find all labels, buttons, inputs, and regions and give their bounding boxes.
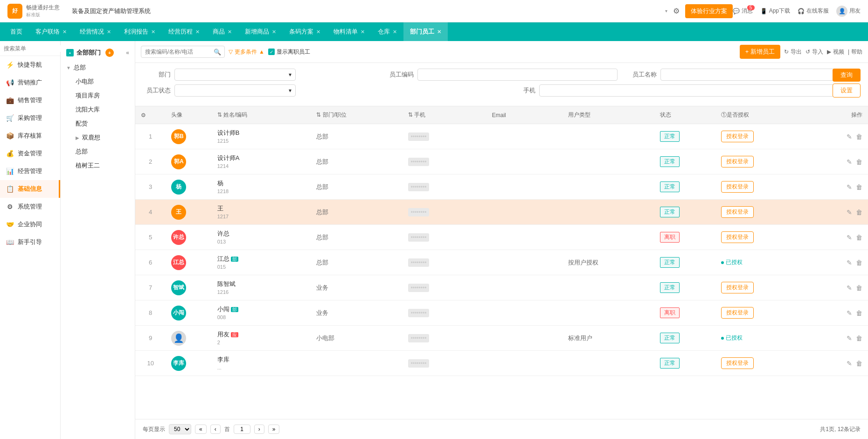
app-download-area[interactable]: 📱 App下载 bbox=[760, 7, 790, 15]
dept-select[interactable]: ▾ bbox=[174, 69, 296, 81]
emp-code-input[interactable] bbox=[417, 69, 618, 81]
sidebar-item-purchase[interactable]: 🛒 采购管理 bbox=[0, 109, 60, 127]
tab-new-goods[interactable]: 新增商品 ✕ bbox=[238, 22, 283, 41]
setting-button[interactable]: 设置 bbox=[833, 84, 861, 98]
message-icon-area[interactable]: 💬 消息 5 bbox=[733, 7, 753, 15]
delete-icon[interactable]: 🗑 bbox=[856, 183, 862, 191]
col-phone[interactable]: ⇅ 手机 bbox=[403, 106, 486, 124]
export-button[interactable]: ↻ 导出 bbox=[784, 48, 802, 56]
sidebar-item-system[interactable]: ⚙ 系统管理 bbox=[0, 198, 60, 216]
auth-button[interactable]: 授权登录 bbox=[721, 357, 754, 369]
auth-button[interactable]: 授权登录 bbox=[721, 307, 754, 319]
close-icon[interactable]: ✕ bbox=[228, 29, 232, 35]
auth-button[interactable]: 授权登录 bbox=[721, 131, 754, 142]
auth-button[interactable]: 授权登录 bbox=[721, 231, 754, 243]
tab-history[interactable]: 经营历程 ✕ bbox=[162, 22, 206, 41]
delete-icon[interactable]: 🗑 bbox=[856, 360, 862, 367]
delete-icon[interactable]: 🗑 bbox=[856, 309, 862, 317]
close-icon[interactable]: ✕ bbox=[316, 29, 320, 35]
view-button[interactable]: ▶ 视频 bbox=[827, 48, 844, 56]
auth-button[interactable]: 授权登录 bbox=[721, 206, 754, 218]
tab-home[interactable]: 首页 bbox=[4, 22, 29, 41]
sidebar-item-enterprise[interactable]: 🤝 企业协同 bbox=[0, 216, 60, 233]
tab-barcode[interactable]: 条码方案 ✕ bbox=[283, 22, 327, 41]
tab-department[interactable]: 部门员工 ✕ bbox=[403, 22, 448, 41]
tab-operations[interactable]: 经营情况 ✕ bbox=[73, 22, 118, 41]
page-size-select[interactable]: 50 bbox=[169, 424, 191, 434]
system-dropdown-arrow[interactable]: ▾ bbox=[665, 8, 667, 14]
tree-item-shuanglu[interactable]: ▶ 双鹿想 bbox=[61, 131, 135, 145]
next-page-button[interactable]: › bbox=[254, 425, 264, 434]
import-button[interactable]: ↺ 导入 bbox=[806, 48, 823, 56]
tab-bom[interactable]: 物料清单 ✕ bbox=[327, 22, 371, 41]
delete-icon[interactable]: 🗑 bbox=[856, 284, 862, 292]
delete-icon[interactable]: 🗑 bbox=[856, 234, 862, 241]
add-employee-button[interactable]: + 新增员工 bbox=[740, 45, 780, 59]
first-page-button[interactable]: « bbox=[195, 425, 207, 434]
phone-input[interactable] bbox=[539, 84, 861, 97]
edit-icon[interactable]: ✎ bbox=[847, 259, 852, 266]
delete-icon[interactable]: 🗑 bbox=[856, 133, 862, 140]
close-icon[interactable]: ✕ bbox=[195, 29, 200, 35]
auth-button[interactable]: 授权登录 bbox=[721, 282, 754, 293]
trial-button[interactable]: 体验行业方案 bbox=[685, 4, 733, 18]
close-icon[interactable]: ✕ bbox=[272, 29, 276, 35]
online-service-area[interactable]: 🎧 在线客服 bbox=[798, 7, 829, 15]
close-icon[interactable]: ✕ bbox=[393, 29, 397, 35]
sidebar-item-inventory[interactable]: 📦 库存核算 bbox=[0, 127, 60, 145]
tab-warehouse[interactable]: 仓库 ✕ bbox=[371, 22, 403, 41]
edit-icon[interactable]: ✎ bbox=[847, 360, 852, 367]
edit-icon[interactable]: ✎ bbox=[847, 234, 852, 241]
help-button[interactable]: | 帮助 bbox=[848, 48, 862, 56]
close-icon[interactable]: ✕ bbox=[107, 29, 111, 35]
col-dept[interactable]: ⇅ 部门/职位 bbox=[311, 106, 402, 124]
emp-status-select[interactable]: ▾ bbox=[174, 84, 296, 97]
emp-name-input[interactable] bbox=[660, 69, 861, 81]
show-dimissed-toggle[interactable]: ✓ 显示离职员工 bbox=[268, 48, 310, 56]
tree-item-general[interactable]: ▼ 总部 bbox=[61, 61, 135, 75]
delete-icon[interactable]: 🗑 bbox=[856, 334, 862, 342]
search-input[interactable] bbox=[141, 46, 225, 58]
tree-add-icon[interactable]: + bbox=[105, 49, 114, 57]
edit-icon[interactable]: ✎ bbox=[847, 209, 852, 216]
edit-icon[interactable]: ✎ bbox=[847, 284, 852, 292]
close-icon[interactable]: ✕ bbox=[361, 29, 365, 35]
edit-icon[interactable]: ✎ bbox=[847, 133, 852, 140]
query-button[interactable]: 查询 bbox=[833, 69, 861, 82]
auth-button[interactable]: 授权登录 bbox=[721, 181, 754, 193]
delete-icon[interactable]: 🗑 bbox=[856, 209, 862, 216]
sidebar-item-finance[interactable]: 💰 资金管理 bbox=[0, 145, 60, 162]
settings-gear-icon[interactable]: ⚙ bbox=[673, 7, 680, 15]
edit-icon[interactable]: ✎ bbox=[847, 158, 852, 166]
tab-profit[interactable]: 利润报告 ✕ bbox=[118, 22, 162, 41]
tree-item-zongbu[interactable]: 总部 bbox=[61, 145, 135, 159]
page-number-input[interactable] bbox=[234, 425, 250, 434]
tree-item-project[interactable]: 项目库房 bbox=[61, 89, 135, 103]
sidebar-item-quick-nav[interactable]: ⚡ 快捷导航 bbox=[0, 56, 60, 74]
sidebar-item-marketing[interactable]: 📢 营销推广 bbox=[0, 74, 60, 91]
tab-customer[interactable]: 客户联络 ✕ bbox=[29, 22, 73, 41]
auth-button[interactable]: 授权登录 bbox=[721, 156, 754, 167]
col-settings[interactable]: ⚙ bbox=[135, 106, 166, 124]
tree-item-small-elec[interactable]: 小电部 bbox=[61, 75, 135, 89]
edit-icon[interactable]: ✎ bbox=[847, 309, 852, 317]
more-filter-button[interactable]: ▽ 更多条件 ▲ bbox=[229, 48, 264, 56]
sidebar-item-guide[interactable]: 📖 新手引导 bbox=[0, 233, 60, 251]
close-icon[interactable]: ✕ bbox=[62, 29, 67, 35]
tree-item-shenyang[interactable]: 沈阳大库 bbox=[61, 103, 135, 117]
col-name[interactable]: ⇅ 姓名/编码 bbox=[212, 106, 311, 124]
search-submit-icon[interactable]: 🔍 bbox=[214, 49, 221, 56]
tree-collapse-button[interactable]: « bbox=[126, 49, 129, 56]
close-icon[interactable]: ✕ bbox=[437, 29, 441, 35]
last-page-button[interactable]: » bbox=[268, 425, 280, 434]
tree-item-zhishu[interactable]: 植树王二 bbox=[61, 159, 135, 173]
edit-icon[interactable]: ✎ bbox=[847, 183, 852, 191]
tab-goods[interactable]: 商品 ✕ bbox=[206, 22, 238, 41]
sidebar-item-basics[interactable]: 📋 基础信息 bbox=[0, 180, 60, 198]
user-area[interactable]: 👤 用友 bbox=[836, 6, 861, 17]
prev-page-button[interactable]: ‹ bbox=[210, 425, 221, 434]
edit-icon[interactable]: ✎ bbox=[847, 334, 852, 342]
delete-icon[interactable]: 🗑 bbox=[856, 259, 862, 266]
delete-icon[interactable]: 🗑 bbox=[856, 158, 862, 166]
tree-item-peihua[interactable]: 配货 bbox=[61, 117, 135, 131]
